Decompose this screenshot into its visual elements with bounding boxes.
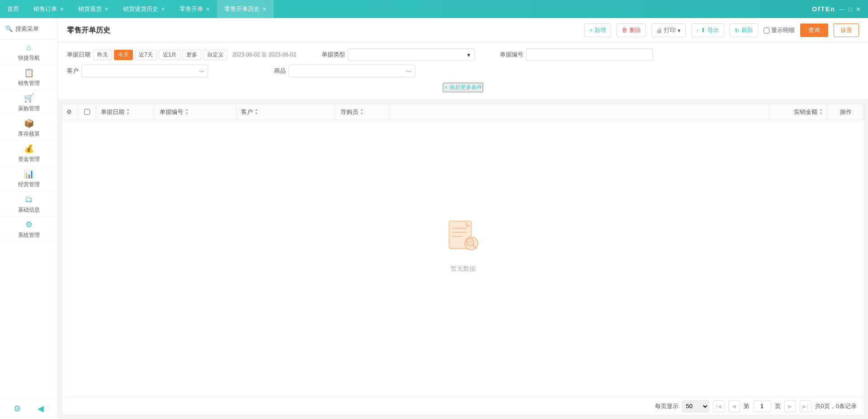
add-button[interactable]: + 新增 (584, 24, 611, 37)
customer-filter: 客户 ··· (67, 65, 208, 77)
top-nav-right: OfTEn — □ ✕ (812, 5, 868, 13)
tab-sales-order[interactable]: 销售订单 ✕ (26, 0, 71, 18)
number-sort-icons[interactable]: ▲ ▼ (185, 108, 189, 116)
date-yesterday[interactable]: 昨天 (93, 50, 112, 60)
goods-select[interactable]: ··· (289, 65, 415, 77)
more-conditions-row: ∧ 收起更多条件 (67, 81, 859, 94)
th-date-label: 单据日期 (101, 108, 124, 116)
empty-text: 暂无数据 (451, 265, 476, 273)
content-area: 零售开单历史 + 新增 🗑 删除 🖨 打印 ▾ ↑ ⬆ 导出 ↻ 刷新 (58, 18, 868, 419)
sidebar-item-operations[interactable]: 📊 经营管理 (0, 166, 57, 192)
tab-home[interactable]: 首页 (0, 0, 26, 18)
brand-logo: OfTEn (812, 5, 835, 13)
th-customer[interactable]: 客户 ▲ ▼ (237, 104, 336, 120)
th-guide[interactable]: 导购员 ▲ ▼ (336, 104, 390, 120)
base-info-icon: 🗂 (25, 195, 33, 204)
doc-number-label: 单据编号 (500, 51, 523, 59)
sidebar-settings-icon[interactable]: ⚙ (14, 404, 21, 414)
sidebar-item-finance[interactable]: 💰 资金管理 (0, 141, 57, 166)
export-button[interactable]: ↑ ⬆ 导出 (691, 24, 724, 37)
page-input[interactable] (753, 400, 771, 412)
display-detail-checkbox[interactable]: 显示明细 (764, 26, 795, 34)
filter-panel: 单据日期 昨天 今天 近7天 近1月 更多 自定义 2023-06-02 至 2… (58, 43, 868, 100)
sidebar-item-sales-mgmt[interactable]: 📋 销售管理 (0, 65, 57, 90)
tab-retail-open-history[interactable]: 零售开单历史 ✕ (217, 0, 274, 18)
th-number[interactable]: 单据编号 ▲ ▼ (155, 104, 237, 120)
customer-ellipsis: ··· (199, 68, 204, 75)
guide-sort-icons[interactable]: ▲ ▼ (360, 108, 364, 116)
th-operation-label: 操作 (840, 108, 852, 116)
total-text: 共0页，0条记录 (815, 402, 857, 410)
display-detail-label: 显示明细 (771, 26, 795, 34)
customer-sort-icons[interactable]: ▲ ▼ (255, 108, 258, 116)
tab-retail-open-history-label: 零售开单历史 (224, 5, 260, 13)
tab-retail-open[interactable]: 零售开单 ✕ (172, 0, 217, 18)
sidebar-item-purchase-mgmt[interactable]: 🛒 采购管理 (0, 90, 57, 116)
page-next-btn[interactable]: ▶ (784, 400, 796, 412)
print-label: 打印 (664, 26, 676, 34)
nav-tabs: 首页 销售订单 ✕ 销货退货 ✕ 销货退货历史 ✕ 零售开单 ✕ 零售开单历史 … (0, 0, 812, 18)
page-prev-btn[interactable]: ◀ (728, 400, 740, 412)
tab-sales-order-close[interactable]: ✕ (60, 6, 64, 12)
amount-sort-icons[interactable]: ▲ ▼ (819, 108, 823, 116)
date-today[interactable]: 今天 (114, 50, 133, 60)
tab-sales-return-history[interactable]: 销货退货历史 ✕ (116, 0, 172, 18)
sidebar-item-sys-mgmt[interactable]: ⚙ 系统管理 (0, 217, 57, 242)
query-button[interactable]: 查询 (800, 24, 828, 37)
page-first-btn[interactable]: |◀ (713, 400, 725, 412)
home-icon: ⌂ (26, 43, 31, 52)
page-size-select[interactable]: 20 50 100 (682, 400, 709, 412)
date-more[interactable]: 更多 (182, 50, 201, 60)
sidebar-search-label: 搜索采单 (15, 25, 39, 33)
tab-retail-open-close[interactable]: ✕ (206, 6, 210, 12)
date-custom[interactable]: 自定义 (203, 50, 228, 60)
window-minimize[interactable]: — (839, 6, 845, 13)
page-size-label: 每页显示 (655, 402, 678, 410)
th-amount[interactable]: 实销金额 ▲ ▼ (769, 104, 828, 120)
page-label-post: 页 (775, 402, 781, 410)
date-sort-icons[interactable]: ▲ ▼ (126, 108, 130, 116)
sidebar-search[interactable]: 🔍 搜索采单 (0, 18, 57, 40)
finance-icon: 💰 (24, 144, 34, 154)
th-settings[interactable]: ⚙ (62, 104, 78, 120)
sidebar-item-sales-mgmt-label: 销售管理 (18, 80, 40, 87)
doc-number-input[interactable] (526, 48, 653, 61)
table-settings-icon[interactable]: ⚙ (66, 108, 72, 115)
refresh-label: 刷新 (741, 26, 753, 34)
window-maximize[interactable]: □ (849, 6, 852, 13)
customer-select[interactable]: ··· (81, 65, 208, 77)
sidebar-item-quick-nav[interactable]: ⌂ 快捷导航 (0, 40, 57, 65)
tab-sales-return-close[interactable]: ✕ (104, 6, 109, 12)
doc-type-select[interactable]: ▾ (348, 48, 474, 61)
sales-icon: 📋 (24, 68, 34, 78)
page-last-btn[interactable]: ▶| (800, 400, 811, 412)
settings-button[interactable]: 设置 (834, 24, 859, 37)
select-all-checkbox[interactable] (84, 109, 90, 115)
date-filter: 单据日期 昨天 今天 近7天 近1月 更多 自定义 2023-06-02 至 2… (67, 50, 296, 60)
th-number-label: 单据编号 (160, 108, 183, 116)
display-detail-input[interactable] (764, 28, 769, 33)
table-header: ⚙ 单据日期 ▲ ▼ 单据编号 ▲ ▼ (62, 104, 864, 120)
sidebar-bottom: ⚙ ◀ (0, 398, 57, 419)
th-checkbox (78, 104, 96, 120)
sidebar-item-base-info[interactable]: 🗂 基础信息 (0, 192, 57, 217)
date-7days[interactable]: 近7天 (135, 50, 157, 60)
delete-button[interactable]: 🗑 删除 (617, 24, 646, 37)
refresh-button[interactable]: ↻ 刷新 (730, 24, 758, 37)
window-controls: — □ ✕ (839, 6, 861, 13)
sidebar-item-inventory[interactable]: 📦 库存核算 (0, 116, 57, 141)
th-amount-label: 实销金额 (794, 108, 817, 116)
operations-icon: 📊 (24, 169, 34, 179)
page-title: 零售开单历史 (67, 26, 110, 35)
tab-sales-return[interactable]: 销货退货 ✕ (71, 0, 116, 18)
date-buttons-group: 昨天 今天 近7天 近1月 更多 自定义 (93, 50, 228, 60)
print-button[interactable]: 🖨 打印 ▾ (651, 24, 686, 37)
collapse-more-btn[interactable]: ∧ 收起更多条件 (443, 83, 483, 92)
window-close[interactable]: ✕ (856, 6, 861, 13)
tab-sales-return-history-close[interactable]: ✕ (161, 6, 165, 12)
date-1month[interactable]: 近1月 (159, 50, 181, 60)
tab-retail-open-history-close[interactable]: ✕ (262, 6, 266, 12)
sidebar-collapse-icon[interactable]: ◀ (38, 404, 44, 414)
search-icon: 🔍 (5, 25, 13, 32)
th-date[interactable]: 单据日期 ▲ ▼ (96, 104, 155, 120)
